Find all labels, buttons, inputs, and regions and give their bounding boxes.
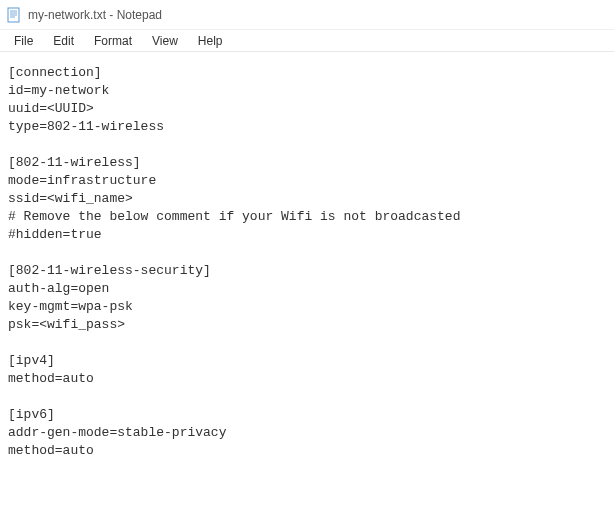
menu-view[interactable]: View (142, 32, 188, 50)
menu-file[interactable]: File (4, 32, 43, 50)
notepad-icon (6, 7, 22, 23)
menubar: File Edit Format View Help (0, 30, 614, 52)
window-title: my-network.txt - Notepad (28, 8, 162, 22)
menu-help[interactable]: Help (188, 32, 233, 50)
menu-edit[interactable]: Edit (43, 32, 84, 50)
text-editor-area[interactable]: [connection] id=my-network uuid=<UUID> t… (0, 52, 614, 532)
titlebar: my-network.txt - Notepad (0, 0, 614, 30)
menu-format[interactable]: Format (84, 32, 142, 50)
